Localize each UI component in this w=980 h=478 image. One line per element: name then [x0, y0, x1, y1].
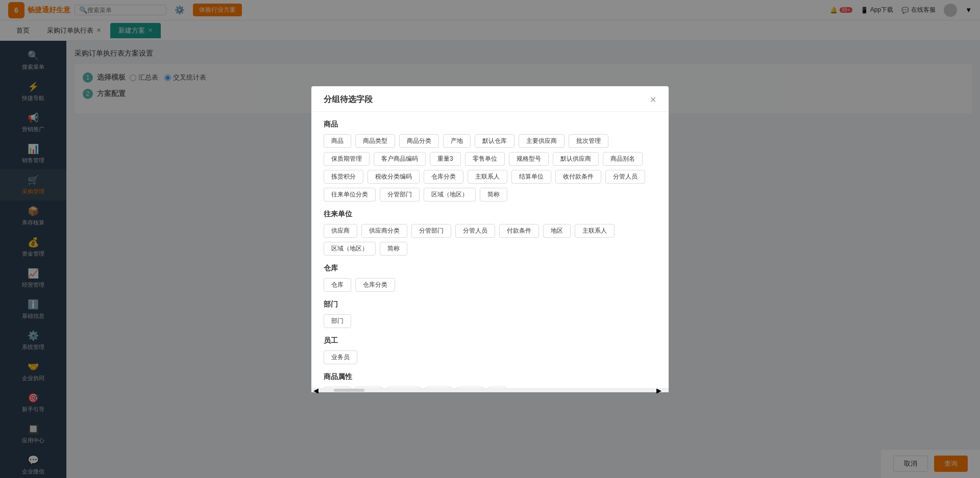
tag-batch-mgmt[interactable]: 批次管理	[569, 134, 608, 148]
section-goods-tags: 商品 商品类型 商品分类 产地 默认仓库 主要供应商 批次管理 保质期管理 客户…	[324, 134, 656, 202]
tag-shelf-life[interactable]: 保质期管理	[324, 152, 370, 166]
modal-body: 商品 商品 商品类型 商品分类 产地 默认仓库 主要供应商 批次管理 保质期管理…	[311, 112, 669, 388]
section-dept-tags: 部门	[324, 314, 656, 328]
tag-tax-code[interactable]: 税收分类编码	[368, 170, 420, 184]
tag-main-supplier[interactable]: 主要供应商	[519, 134, 565, 148]
section-goods: 商品 商品 商品类型 商品分类 产地 默认仓库 主要供应商 批次管理 保质期管理…	[324, 120, 656, 202]
tag-supplier-category[interactable]: 供应商分类	[361, 224, 407, 238]
section-warehouse-tags: 仓库 仓库分类	[324, 278, 656, 292]
modal-title: 分组待选字段	[324, 94, 373, 105]
hscroll-thumb[interactable]	[334, 389, 364, 392]
modal-overlay: 分组待选字段 ✕ 商品 商品 商品类型 商品分类 产地 默认仓库 主要供应商 批…	[0, 0, 980, 478]
tag-area[interactable]: 地区	[543, 224, 571, 238]
tag-warehouse-category[interactable]: 仓库分类	[424, 170, 463, 184]
section-employee-title: 员工	[324, 336, 656, 345]
tag-default-warehouse[interactable]: 默认仓库	[475, 134, 514, 148]
tag-goods-alias[interactable]: 商品别名	[603, 152, 643, 166]
tag-goods-type[interactable]: 商品类型	[355, 134, 395, 148]
modal-close-icon[interactable]: ✕	[650, 95, 656, 105]
tag-region-cp[interactable]: 区域（地区）	[324, 242, 376, 256]
tag-main-contact[interactable]: 主联系人	[468, 170, 507, 184]
tag-supplier[interactable]: 供应商	[324, 224, 357, 238]
tag-warehouse[interactable]: 仓库	[324, 278, 351, 292]
tag-retail-unit[interactable]: 零售单位	[465, 152, 505, 166]
section-goods-attr: 商品属性 属性 颜色 多规格 尺码 鞋码 1	[324, 372, 656, 388]
tag-warehouse-type[interactable]: 仓库分类	[355, 278, 395, 292]
tag-short-name-goods[interactable]: 简称	[480, 188, 507, 202]
tag-dept-person[interactable]: 分管人员	[455, 224, 495, 238]
section-goods-attr-title: 商品属性	[324, 372, 656, 382]
tag-dept[interactable]: 部门	[324, 314, 351, 328]
tag-weight3[interactable]: 重量3	[430, 152, 461, 166]
tag-dept-supervisor[interactable]: 分管部门	[380, 188, 420, 202]
tag-dept-mgmt[interactable]: 分管部门	[411, 224, 451, 238]
tag-short-name-cp[interactable]: 简称	[380, 242, 407, 256]
field-select-modal: 分组待选字段 ✕ 商品 商品 商品类型 商品分类 产地 默认仓库 主要供应商 批…	[311, 86, 669, 392]
tag-supervisor[interactable]: 分管人员	[605, 170, 645, 184]
section-counterpart-tags: 供应商 供应商分类 分管部门 分管人员 付款条件 地区 主联系人 区域（地区） …	[324, 224, 656, 256]
tag-goods-category[interactable]: 商品分类	[399, 134, 439, 148]
tag-region-goods[interactable]: 区域（地区）	[424, 188, 476, 202]
tag-default-supplier[interactable]: 默认供应商	[553, 152, 599, 166]
tag-goods[interactable]: 商品	[324, 134, 351, 148]
hscroll-left-arrow[interactable]: ◀	[313, 387, 324, 394]
section-counterpart-title: 往来单位	[324, 210, 656, 219]
tag-salesperson[interactable]: 业务员	[324, 350, 357, 364]
tag-payment-terms[interactable]: 收付款条件	[555, 170, 601, 184]
section-dept-title: 部门	[324, 300, 656, 309]
modal-hscroll[interactable]: ◀ ▶	[311, 388, 669, 392]
section-counterpart: 往来单位 供应商 供应商分类 分管部门 分管人员 付款条件 地区 主联系人 区域…	[324, 210, 656, 256]
section-warehouse: 仓库 仓库 仓库分类	[324, 264, 656, 292]
tag-customer-code[interactable]: 客户商品编码	[374, 152, 426, 166]
tag-payment-cond[interactable]: 付款条件	[499, 224, 539, 238]
hscroll-right-arrow[interactable]: ▶	[656, 387, 667, 394]
section-warehouse-title: 仓库	[324, 264, 656, 273]
section-dept: 部门 部门	[324, 300, 656, 328]
modal-header: 分组待选字段 ✕	[311, 86, 669, 112]
tag-spec-model[interactable]: 规格型号	[509, 152, 549, 166]
tag-counterpart-category[interactable]: 往来单位分类	[324, 188, 376, 202]
tag-origin[interactable]: 产地	[443, 134, 471, 148]
tag-contact-main[interactable]: 主联系人	[575, 224, 615, 238]
section-employee-tags: 业务员	[324, 350, 656, 364]
tag-pick-points[interactable]: 拣货积分	[324, 170, 363, 184]
tag-settlement-unit[interactable]: 结算单位	[511, 170, 551, 184]
section-goods-title: 商品	[324, 120, 656, 129]
section-employee: 员工 业务员	[324, 336, 656, 364]
